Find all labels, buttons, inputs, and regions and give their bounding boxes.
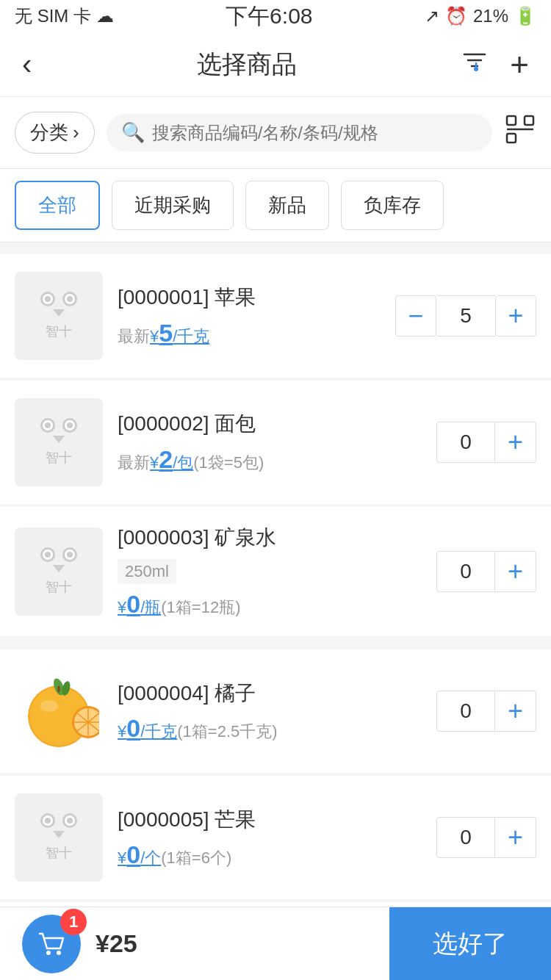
search-icon: 🔍 — [121, 121, 145, 144]
price-label: 最新 — [118, 452, 150, 474]
qty-plus-button[interactable]: + — [495, 817, 536, 858]
filter-row: 分类 › 🔍 — [0, 97, 551, 169]
tab-recent[interactable]: 近期采购 — [112, 181, 234, 230]
owl-beak — [53, 565, 65, 572]
confirm-button[interactable]: 选好了 — [389, 907, 551, 981]
owl-text: 智十 — [46, 844, 72, 862]
product-name: [0000005] 芒果 — [118, 807, 422, 833]
alarm-icon: ⏰ — [445, 6, 467, 26]
price-extra: (1箱=12瓶) — [161, 597, 240, 619]
cart-icon — [35, 928, 68, 960]
price-extra: (1箱=2.5千克) — [177, 721, 277, 743]
product-thumbnail: 智十 — [15, 527, 103, 616]
status-bar: 无 SIM 卡 ☁ 下午6:08 ↗ ⏰ 21% 🔋 — [0, 0, 551, 32]
price-yen-icon: ¥ — [118, 849, 126, 868]
product-price: 最新 ¥ 2 /包 (1袋=5包) — [118, 445, 422, 474]
status-right: ↗ ⏰ 21% 🔋 — [425, 6, 536, 26]
qty-plus-button[interactable]: + — [495, 422, 536, 463]
owl-eye-right — [62, 813, 77, 828]
list-item: 智十 [0000005] 芒果 ¥ 0 /个 (1箱=6个) + — [0, 776, 551, 899]
price-yen-icon: ¥ — [150, 453, 159, 472]
price-extra: (1箱=6个) — [161, 847, 231, 869]
owl-beak — [53, 436, 65, 443]
scan-icon[interactable] — [504, 113, 536, 152]
product-name: [0000002] 面包 — [118, 411, 422, 437]
price-number: 0 — [126, 840, 140, 869]
svg-rect-6 — [525, 116, 533, 125]
owl-placeholder: 智十 — [40, 547, 77, 596]
owl-beak — [53, 831, 65, 838]
back-button[interactable]: ‹ — [22, 48, 32, 81]
orange-svg — [18, 671, 99, 752]
cart-section: 1 ¥25 — [0, 915, 389, 973]
svg-rect-5 — [507, 116, 516, 125]
category-button[interactable]: 分类 › — [15, 112, 95, 154]
page-title: 选择商品 — [197, 48, 297, 82]
sim-status: 无 SIM 卡 ☁ — [15, 4, 114, 28]
price-yen-icon: ¥ — [150, 327, 159, 346]
owl-eye-right — [62, 418, 77, 433]
product-name: [0000004] 橘子 — [118, 680, 422, 707]
qty-control: + — [436, 817, 536, 858]
tab-all[interactable]: 全部 — [15, 181, 100, 230]
svg-point-11 — [40, 700, 58, 712]
list-item: 智十 [0000003] 矿泉水 250ml ¥ 0 /瓶 (1箱=12瓶) + — [0, 507, 551, 636]
qty-input[interactable] — [436, 551, 495, 592]
owl-eye-left — [40, 813, 55, 828]
price-number: 0 — [126, 590, 140, 619]
category-label: 分类 — [30, 120, 68, 145]
qty-input[interactable] — [436, 691, 495, 732]
owl-text: 智十 — [46, 323, 72, 340]
status-time: 下午6:08 — [226, 1, 312, 32]
product-info: [0000003] 矿泉水 250ml ¥ 0 /瓶 (1箱=12瓶) — [118, 525, 422, 619]
product-spec: 250ml — [118, 559, 176, 584]
product-thumbnail: 智十 — [15, 272, 103, 360]
qty-input[interactable] — [436, 295, 495, 336]
owl-text: 智十 — [46, 578, 72, 596]
add-button[interactable]: + — [510, 46, 529, 83]
cart-icon-wrap[interactable]: 1 — [22, 915, 81, 973]
product-info: [0000002] 面包 最新 ¥ 2 /包 (1袋=5包) — [118, 411, 422, 473]
price-unit: /瓶 — [140, 597, 161, 619]
qty-plus-button[interactable]: + — [495, 295, 536, 336]
owl-eye-left — [40, 418, 55, 433]
tabs-row: 全部 近期采购 新品 负库存 — [0, 169, 551, 242]
search-box: 🔍 — [107, 114, 492, 151]
owl-eye-left — [40, 547, 55, 562]
price-number: 5 — [159, 319, 173, 347]
product-thumbnail: 智十 — [15, 793, 103, 882]
owl-text: 智十 — [46, 449, 72, 466]
qty-input[interactable] — [436, 817, 495, 858]
price-yen-icon: ¥ — [118, 598, 126, 617]
price-label: 最新 — [118, 325, 150, 347]
price-unit: /千克 — [140, 721, 177, 743]
battery-level: 21% — [473, 6, 508, 26]
search-input[interactable] — [152, 123, 478, 143]
section-divider — [0, 638, 551, 649]
price-number: 0 — [126, 714, 140, 743]
qty-plus-button[interactable]: + — [495, 551, 536, 592]
location-icon: ↗ — [425, 6, 439, 26]
qty-control: + — [436, 551, 536, 592]
price-number: 2 — [159, 445, 173, 474]
svg-point-22 — [57, 951, 61, 955]
product-thumbnail: 智十 — [15, 398, 103, 486]
price-yen-icon: ¥ — [118, 722, 126, 741]
product-thumbnail — [15, 667, 103, 755]
product-price: ¥ 0 /个 (1箱=6个) — [118, 840, 422, 869]
product-name: [0000003] 矿泉水 — [118, 525, 422, 551]
qty-control: + — [436, 422, 536, 463]
price-unit: /千克 — [173, 325, 209, 347]
product-price: ¥ 0 /瓶 (1箱=12瓶) — [118, 590, 422, 619]
list-item: 智十 [0000002] 面包 最新 ¥ 2 /包 (1袋=5包) + — [0, 381, 551, 504]
cart-total: ¥25 — [96, 929, 137, 958]
qty-plus-button[interactable]: + — [495, 691, 536, 732]
tab-new[interactable]: 新品 — [245, 181, 329, 230]
filter-icon[interactable] — [461, 48, 488, 81]
owl-placeholder: 智十 — [40, 292, 77, 340]
tab-negative[interactable]: 负库存 — [341, 181, 444, 230]
product-info: [0000004] 橘子 ¥ 0 /千克 (1箱=2.5千克) — [118, 680, 422, 743]
qty-input[interactable] — [436, 422, 495, 463]
qty-minus-button[interactable]: − — [395, 295, 436, 336]
price-unit: /包 — [173, 452, 193, 474]
